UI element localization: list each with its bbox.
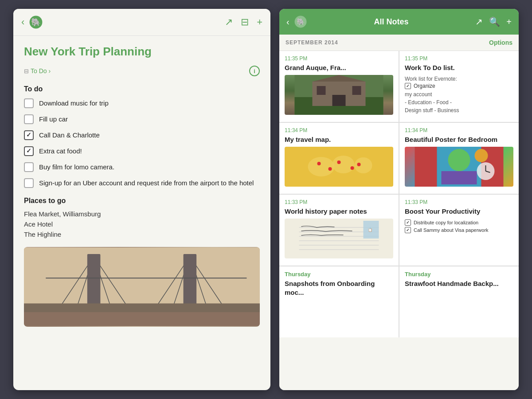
left-header-right: ↗ ⊟ +	[225, 16, 262, 28]
share-icon-right[interactable]: ↗	[475, 16, 483, 27]
back-button[interactable]: ‹	[21, 16, 24, 28]
place-3: The Highline	[24, 231, 260, 238]
note-card-barn[interactable]: 11:35 PM Grand Auque, Fra...	[279, 51, 399, 122]
note-card-boost[interactable]: 11:33 PM Boost Your Productivity Distrib…	[399, 195, 519, 266]
note-title: Grand Auque, Fra...	[285, 63, 393, 72]
check-label: Distribute copy for localization	[414, 220, 478, 225]
section-date: SEPTEMBER 2014	[286, 39, 338, 46]
svg-rect-27	[352, 86, 361, 95]
design-text: Design stuff - Business	[405, 106, 513, 114]
note-title: My travel map.	[285, 135, 393, 144]
todo-text-4: Extra cat food!	[39, 146, 82, 156]
todo-text-6: Sign-up for an Uber account and request …	[39, 178, 254, 188]
svg-point-30	[332, 156, 355, 173]
note-time: 11:33 PM	[405, 199, 513, 205]
note-preview: Work list for Evernote:	[405, 75, 513, 83]
checkbox-3[interactable]	[24, 130, 34, 140]
right-phone: ‹ 🐘 All Notes ↗ 🔍 + SEPTEMBER 2014 Optio…	[279, 9, 519, 390]
todo-text-5: Buy film for lomo camera.	[39, 162, 114, 172]
evernote-logo-left: 🐘	[29, 15, 43, 29]
add-button[interactable]: +	[257, 16, 262, 28]
svg-rect-26	[317, 86, 326, 95]
right-header: ‹ 🐘 All Notes ↗ 🔍 +	[279, 9, 519, 35]
search-icon[interactable]: 🔍	[489, 16, 500, 27]
note-card-strawfoot[interactable]: Thursday Strawfoot Handmade Backp...	[399, 266, 519, 337]
left-header-left: ‹ 🐘	[21, 15, 43, 29]
list-item: Extra cat food!	[24, 146, 260, 156]
svg-point-33	[337, 160, 341, 164]
list-item: Download music for trip	[24, 98, 260, 108]
note-title: Work To Do list.	[405, 63, 513, 72]
note-card-worktodo[interactable]: 11:35 PM Work To Do list. Work list for …	[399, 51, 519, 122]
note-card-history[interactable]: 11:33 PM World history paper notes	[279, 195, 399, 266]
svg-rect-16	[184, 254, 197, 311]
svg-point-32	[317, 162, 321, 165]
note-time: 11:35 PM	[285, 55, 393, 62]
check-item: Call Sammy about Visa paperwork	[405, 227, 513, 233]
svg-text:🐘: 🐘	[31, 17, 41, 27]
note-card-poster[interactable]: 11:34 PM Beautiful Poster for Bedroom	[399, 123, 519, 194]
note-time: 11:34 PM	[285, 127, 393, 133]
checkbox-6[interactable]	[24, 178, 34, 188]
note-card-snapshots[interactable]: Thursday Snapshots from Onboarding moc..…	[279, 266, 399, 337]
back-button-right[interactable]: ‹	[286, 17, 289, 27]
todo-text-1: Download music for trip	[39, 98, 109, 108]
svg-point-31	[355, 157, 372, 173]
todo-text-2: Fill up car	[39, 114, 68, 124]
left-phone: ‹ 🐘 ↗ ⊟ + New York Trip Planning ⊟ To Do…	[13, 9, 270, 390]
thursday-label: Thursday	[285, 271, 393, 278]
list-item: Buy film for lomo camera.	[24, 162, 260, 172]
svg-rect-41	[442, 171, 477, 184]
svg-point-35	[329, 167, 332, 171]
map-thumbnail	[285, 147, 393, 187]
small-checkbox	[405, 219, 411, 226]
svg-rect-18	[24, 303, 260, 312]
checkbox-1[interactable]	[24, 98, 34, 108]
list-item: Sign-up for an Uber account and request …	[24, 178, 260, 188]
svg-point-40	[475, 149, 488, 162]
note-title: World history paper notes	[285, 207, 393, 216]
check-item: Organize	[405, 83, 513, 89]
thursday-label: Thursday	[405, 271, 513, 278]
edit-icon[interactable]: ⊟	[241, 16, 249, 28]
checkbox-4[interactable]	[24, 146, 34, 156]
note-title: New York Trip Planning	[24, 45, 260, 59]
note-title: Snapshots from Onboarding moc...	[285, 279, 393, 297]
breadcrumb[interactable]: ⊟ To Do › i	[24, 66, 260, 76]
evernote-logo-right: 🐘	[294, 15, 307, 28]
note-time: 11:34 PM	[405, 127, 513, 133]
categories-text: - Education - Food -	[405, 98, 513, 106]
note-title: Strawfoot Handmade Backp...	[405, 279, 513, 288]
add-button-right[interactable]: +	[506, 17, 512, 27]
checkbox-5[interactable]	[24, 162, 34, 172]
svg-rect-4	[24, 247, 260, 304]
checkbox-2[interactable]	[24, 114, 34, 124]
places-heading: Places to go	[24, 197, 260, 205]
svg-point-29	[308, 157, 335, 176]
small-checkbox	[405, 83, 411, 89]
note-title: Beautiful Poster for Bedroom	[405, 135, 513, 144]
info-icon[interactable]: i	[249, 66, 260, 76]
notes-thumbnail: 📋	[285, 219, 393, 258]
note-card-map[interactable]: 11:34 PM My travel map.	[279, 123, 399, 194]
share-icon[interactable]: ↗	[225, 16, 233, 28]
section-date-bar: SEPTEMBER 2014 Options	[279, 35, 519, 51]
svg-rect-25	[332, 95, 346, 106]
left-content: New York Trip Planning ⊟ To Do › i To do…	[13, 36, 270, 390]
phones-container: ‹ 🐘 ↗ ⊟ + New York Trip Planning ⊟ To Do…	[4, 0, 528, 399]
check-item: Distribute copy for localization	[405, 219, 513, 226]
places-list: Flea Market, Williamsburg Ace Hotel The …	[24, 210, 260, 238]
svg-point-36	[351, 166, 354, 170]
svg-point-39	[448, 149, 470, 171]
list-item: Fill up car	[24, 114, 260, 124]
breadcrumb-label: To Do	[31, 67, 47, 74]
svg-text:🐘: 🐘	[296, 18, 305, 26]
bridge-image	[24, 247, 260, 327]
check-label: Organize	[414, 83, 435, 89]
all-notes-title: All Notes	[312, 17, 471, 27]
poster-thumbnail	[405, 147, 513, 187]
list-item: Call Dan & Charlotte	[24, 130, 260, 140]
options-button[interactable]: Options	[489, 39, 512, 46]
note-time: 11:33 PM	[285, 199, 393, 205]
todo-text-3: Call Dan & Charlotte	[39, 130, 100, 140]
